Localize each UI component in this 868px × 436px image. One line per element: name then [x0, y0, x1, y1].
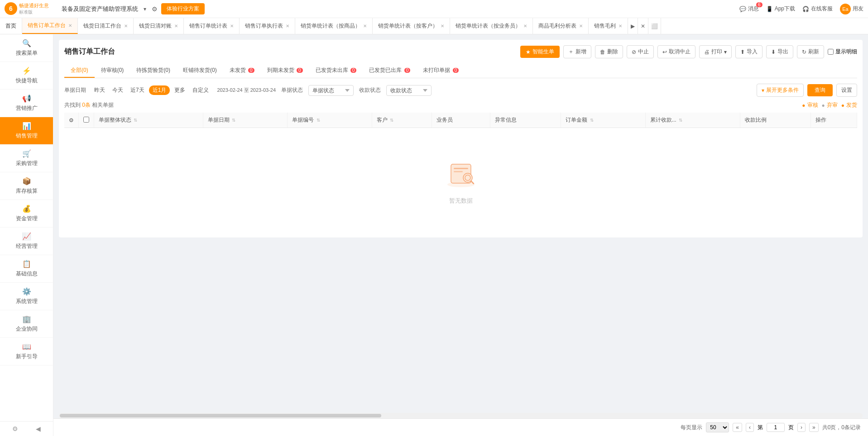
date-more[interactable]: 更多: [172, 85, 188, 95]
sort-amount-icon[interactable]: ⇅: [590, 118, 594, 123]
th-settings[interactable]: ⚙: [64, 113, 79, 128]
sort-received-icon[interactable]: ⇅: [679, 118, 682, 123]
sort-date-icon[interactable]: ⇅: [232, 118, 235, 123]
abandon-review-action[interactable]: ●弃审: [822, 101, 838, 109]
sidebar-collapse-icon[interactable]: ◀: [36, 425, 41, 432]
abandon-dot: ●: [822, 102, 825, 109]
per-page-select[interactable]: 50 100: [706, 422, 729, 432]
export-button[interactable]: ⬇ 导出: [766, 45, 793, 58]
dropdown-icon[interactable]: ▾: [144, 6, 146, 12]
next-page-button[interactable]: ›: [797, 423, 806, 432]
page-content: 销售订单工作台 ★ 智能生单 ＋ 新增 🗑 删除: [53, 34, 868, 413]
horizontal-scrollbar[interactable]: [59, 413, 863, 418]
print-button[interactable]: 🖨 打印 ▾: [699, 45, 732, 58]
tab-sales-workbench[interactable]: 销售订单工作台 ✕: [22, 18, 78, 34]
sidebar-item-operation[interactable]: 📈 经营管理: [0, 227, 53, 255]
sidebar-item-guide[interactable]: 📖 新手引导: [0, 338, 53, 365]
page-number-input[interactable]: [767, 423, 785, 432]
review-action[interactable]: ●审核: [802, 101, 818, 109]
tab-nav-more[interactable]: ▶: [628, 18, 638, 34]
th-checkbox[interactable]: [79, 113, 94, 128]
app-download-button[interactable]: 📱 App下载: [766, 5, 795, 13]
tab-close-icon[interactable]: ✕: [124, 24, 128, 28]
sidebar-item-inventory[interactable]: 📦 库存核算: [0, 172, 53, 200]
tab-maximize[interactable]: ⬜: [648, 18, 661, 34]
tab-product-margin[interactable]: 商品毛利分析表 ✕: [533, 18, 589, 34]
settings-filter-button[interactable]: 设置: [836, 84, 857, 97]
tab-close-icon[interactable]: ✕: [619, 24, 622, 28]
sub-tab-shipped-out[interactable]: 已发货已出库 0: [363, 64, 417, 78]
sort-number-icon[interactable]: ⇅: [317, 118, 320, 123]
date-1month[interactable]: 近1月: [149, 85, 170, 95]
sidebar-item-quick-nav[interactable]: ⚡ 快捷导航: [0, 62, 53, 90]
smart-generate-button[interactable]: ★ 智能生单: [520, 46, 560, 58]
date-7days[interactable]: 近7天: [128, 85, 147, 95]
query-button[interactable]: 查询: [807, 84, 833, 96]
tab-close-icon[interactable]: ✕: [286, 24, 289, 28]
cancel-stop-icon: ↩: [662, 49, 667, 55]
sub-tab-wangpu[interactable]: 旺铺待发货(0): [177, 64, 223, 78]
tab-sales-stats[interactable]: 销售订单统计表 ✕: [184, 18, 240, 34]
experience-button[interactable]: 体验行业方案: [161, 3, 205, 14]
sub-tab-pending-review[interactable]: 待审核(0): [95, 64, 130, 78]
tab-close-icon[interactable]: ✕: [579, 24, 583, 28]
add-button[interactable]: ＋ 新增: [563, 45, 591, 58]
tab-close-icon[interactable]: ✕: [363, 24, 367, 28]
prev-page-button[interactable]: ‹: [746, 423, 754, 432]
gear-icon[interactable]: ⚙: [152, 5, 158, 13]
tab-close-icon[interactable]: ✕: [174, 24, 178, 28]
first-page-button[interactable]: «: [733, 423, 742, 432]
sub-tab-pending-check[interactable]: 待拣货验货(0): [130, 64, 177, 78]
sub-tab-shipped-not-out[interactable]: 已发货未出库 0: [309, 64, 363, 78]
sort-status-icon[interactable]: ⇅: [134, 118, 137, 123]
select-all-checkbox[interactable]: [83, 117, 89, 123]
message-button[interactable]: 💬 消息 6: [739, 5, 759, 13]
tab-close-icon[interactable]: ✕: [68, 23, 72, 28]
sidebar-item-enterprise[interactable]: 🏢 企业协同: [0, 310, 53, 338]
status-select[interactable]: 单据状态: [308, 85, 354, 96]
tab-cash-daily[interactable]: 钱货日清工作台 ✕: [78, 18, 134, 34]
sidebar-item-purchase[interactable]: 🛒 采购管理: [0, 145, 53, 172]
import-button[interactable]: ⬆ 导入: [735, 45, 762, 58]
tab-cash-reconcile[interactable]: 钱货日清对账 ✕: [134, 18, 184, 34]
tab-sales-stats-product[interactable]: 销货单统计表（按商品） ✕: [295, 18, 373, 34]
expand-conditions-button[interactable]: ▾ 展开更多条件: [757, 84, 804, 97]
tab-close-icon[interactable]: ✕: [523, 24, 527, 28]
stop-button[interactable]: ⊘ 中止: [627, 45, 654, 58]
last-page-button[interactable]: »: [809, 423, 819, 432]
sidebar-item-search[interactable]: 🔍 搜索菜单: [0, 34, 53, 62]
tab-close-all[interactable]: ✕: [638, 18, 648, 34]
tab-sales-stats-customer[interactable]: 销货单统计表（按客户） ✕: [373, 18, 450, 34]
print-icon: 🖨: [704, 49, 710, 55]
scroll-thumb[interactable]: [60, 414, 381, 417]
tab-sales-profit[interactable]: 销售毛利 ✕: [589, 18, 628, 34]
sidebar-item-sales[interactable]: 📊 销售管理: [0, 117, 53, 145]
sidebar-item-marketing[interactable]: 📢 营销推广: [0, 90, 53, 117]
tab-home[interactable]: 首页: [0, 18, 22, 34]
sidebar-item-system[interactable]: ⚙️ 系统管理: [0, 283, 53, 310]
tab-sales-stats-staff[interactable]: 销货单统计表（按业务员） ✕: [450, 18, 533, 34]
online-service-button[interactable]: 🎧 在线客服: [802, 5, 833, 13]
sub-tab-all[interactable]: 全部(0): [64, 64, 95, 78]
cancel-stop-button[interactable]: ↩ 取消中止: [657, 45, 695, 58]
sub-tab-not-shipped[interactable]: 未发货 0: [223, 64, 261, 78]
sidebar-settings-icon[interactable]: ⚙: [12, 425, 18, 432]
date-custom[interactable]: 自定义: [190, 85, 211, 95]
date-yesterday[interactable]: 昨天: [91, 85, 108, 95]
delete-button[interactable]: 🗑 删除: [595, 45, 623, 58]
ship-action[interactable]: ●发货: [841, 101, 857, 109]
tab-close-icon[interactable]: ✕: [441, 24, 444, 28]
tab-close-icon[interactable]: ✕: [230, 24, 234, 28]
show-detail-checkbox[interactable]: [828, 49, 834, 55]
sub-tab-not-printed[interactable]: 未打印单据 0: [417, 64, 465, 78]
tab-sales-execute[interactable]: 销售订单执行表 ✕: [240, 18, 295, 34]
date-today[interactable]: 今天: [110, 85, 126, 95]
sub-tab-expired[interactable]: 到期未发货 0: [261, 64, 309, 78]
sort-customer-icon[interactable]: ⇅: [390, 118, 393, 123]
refresh-button[interactable]: ↻ 刷新: [797, 45, 824, 58]
user-menu[interactable]: Ea 用友: [840, 4, 863, 14]
sidebar-item-finance[interactable]: 💰 资金管理: [0, 200, 53, 227]
show-detail-label[interactable]: 显示明细: [828, 48, 857, 56]
payment-select[interactable]: 收款状态: [386, 85, 432, 96]
sidebar-item-basic[interactable]: 📋 基础信息: [0, 255, 53, 283]
